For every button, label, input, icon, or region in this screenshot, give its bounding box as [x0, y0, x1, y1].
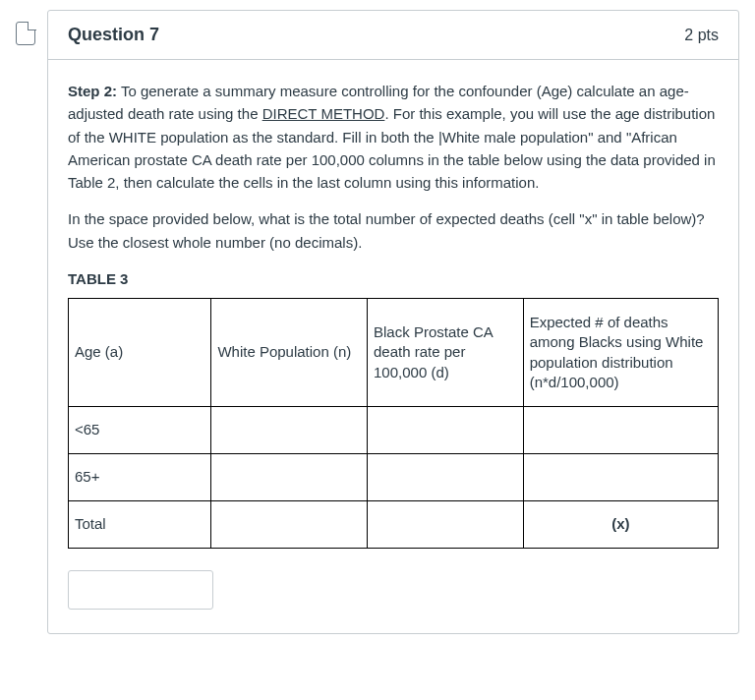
document-icon [16, 22, 35, 45]
cell-black-65p [368, 454, 524, 501]
cell-black-total [368, 501, 524, 549]
cell-exp-total: (x) [523, 501, 718, 549]
table-row: <65 [69, 407, 719, 454]
cell-age-65p: 65+ [69, 454, 211, 501]
question-points: 2 pts [684, 27, 719, 44]
step-label: Step 2: [68, 83, 117, 99]
cell-white-total [211, 501, 368, 549]
cell-white-lt65 [211, 407, 368, 454]
table-row: 65+ [69, 454, 719, 501]
answer-input[interactable] [68, 570, 213, 610]
direct-method: DIRECT METHOD [262, 105, 385, 122]
cell-exp-65p [523, 454, 718, 501]
table-label: TABLE 3 [68, 267, 719, 290]
question-body: Step 2: To generate a summary measure co… [48, 60, 738, 633]
header-age: Age (a) [69, 299, 211, 407]
question-title: Question 7 [68, 25, 159, 45]
cell-exp-lt65 [523, 407, 718, 454]
cell-age-lt65: <65 [69, 407, 211, 454]
question-card: Question 7 2 pts Step 2: To generate a s… [47, 10, 739, 634]
header-expected: Expected # of deaths among Blacks using … [523, 299, 718, 407]
cell-white-65p [211, 454, 368, 501]
cell-black-lt65 [368, 407, 524, 454]
table-row: Total (x) [69, 501, 719, 549]
question-header: Question 7 2 pts [48, 11, 738, 60]
header-white-pop: White Population (n) [211, 299, 368, 407]
step-paragraph: Step 2: To generate a summary measure co… [68, 80, 719, 194]
cell-age-total: Total [69, 501, 211, 549]
header-black-rate: Black Prostate CA death rate per 100,000… [368, 299, 524, 407]
table-header-row: Age (a) White Population (n) Black Prost… [69, 299, 719, 407]
table-3: Age (a) White Population (n) Black Prost… [68, 298, 719, 549]
prompt-paragraph: In the space provided below, what is the… [68, 207, 719, 254]
